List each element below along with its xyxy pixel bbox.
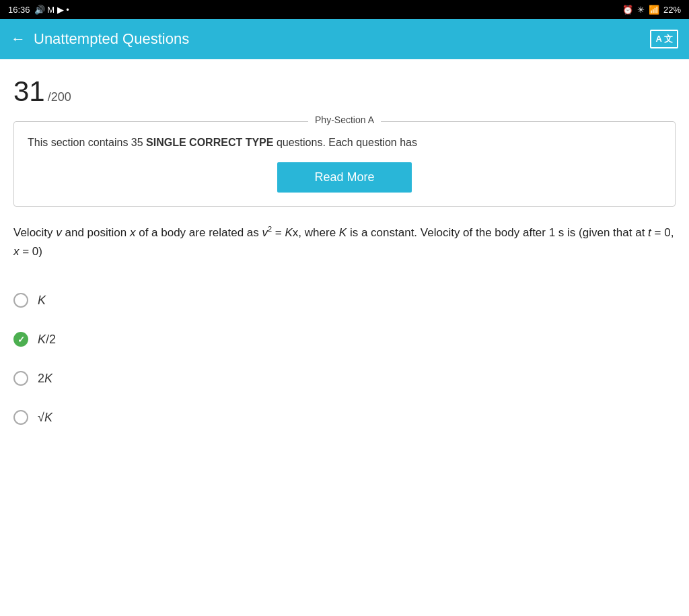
back-button[interactable]: ← <box>11 30 26 48</box>
status-right: ⏰ ✳ 📶 22% <box>622 5 681 15</box>
radio-a[interactable] <box>13 293 28 308</box>
battery-label: 22% <box>663 5 681 15</box>
status-left: 16:36 🔊 M ▶ • <box>8 5 69 15</box>
option-c[interactable]: 2K <box>13 359 676 398</box>
options-list: K K/2 2K √K <box>13 281 676 437</box>
main-content: 31 /200 Phy-Section A This section conta… <box>0 59 689 616</box>
question-current: 31 <box>13 75 45 108</box>
app-bar-title: Unattempted Questions <box>34 30 189 48</box>
option-c-label: 2K <box>38 372 52 386</box>
app-bar-left: ← Unattempted Questions <box>11 30 189 48</box>
option-a[interactable]: K <box>13 281 676 320</box>
option-b-label: K/2 <box>38 333 56 347</box>
app-bar: ← Unattempted Questions A 文 <box>0 19 689 59</box>
radio-b[interactable] <box>13 332 28 347</box>
radio-c[interactable] <box>13 371 28 386</box>
option-b[interactable]: K/2 <box>13 320 676 359</box>
question-total: /200 <box>48 90 71 104</box>
status-time: 16:36 <box>8 5 30 15</box>
translate-icon-button[interactable]: A 文 <box>650 30 678 48</box>
status-icons: 🔊 M ▶ • <box>34 5 69 15</box>
section-label: Phy-Section A <box>308 114 381 125</box>
question-number: 31 /200 <box>13 75 676 108</box>
option-a-label: K <box>38 294 46 308</box>
radio-d[interactable] <box>13 410 28 425</box>
question-text: Velocity v and position x of a body are … <box>13 223 676 262</box>
alarm-icon: ⏰ <box>622 5 633 15</box>
read-more-button[interactable]: Read More <box>277 162 412 193</box>
status-bar: 16:36 🔊 M ▶ • ⏰ ✳ 📶 22% <box>0 0 689 19</box>
wifi-icon: 📶 <box>649 5 659 15</box>
option-d-label: √K <box>38 411 52 425</box>
section-description: This section contains 35 SINGLE CORRECT … <box>28 134 661 151</box>
section-box: Phy-Section A This section contains 35 S… <box>13 121 676 207</box>
bluetooth-icon: ✳ <box>637 5 645 15</box>
translate-label: A 文 <box>655 33 673 45</box>
option-d[interactable]: √K <box>13 398 676 437</box>
